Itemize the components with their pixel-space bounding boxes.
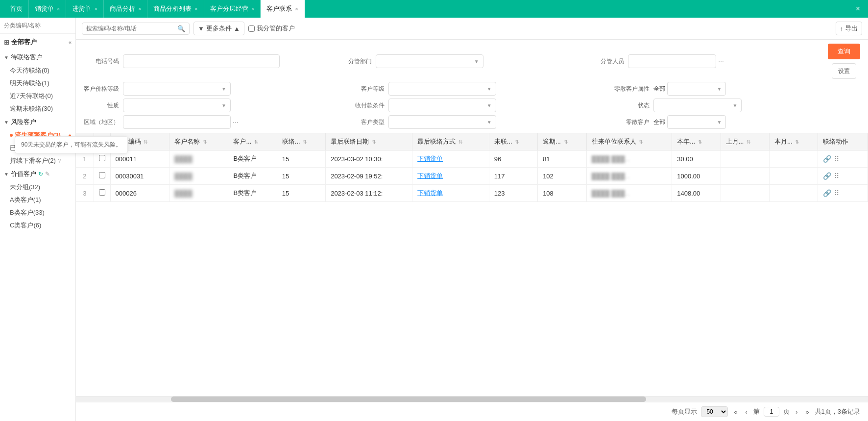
col-level-sort-icon: ⇅ bbox=[254, 139, 258, 145]
row-checkbox[interactable] bbox=[99, 172, 105, 178]
filter-status-select[interactable]: ▼ bbox=[653, 99, 742, 112]
horizontal-scrollbar[interactable] bbox=[76, 396, 868, 402]
filter-zero-attr-select[interactable]: ▼ bbox=[667, 82, 726, 96]
filter-payment-select[interactable]: ▼ bbox=[388, 99, 496, 112]
action-more-icon[interactable]: ⠿ bbox=[834, 189, 839, 197]
sidebar-item-tomorrow-contact[interactable]: 明天待联络(1) bbox=[0, 77, 75, 90]
refresh-icon[interactable]: ↻ bbox=[38, 171, 43, 177]
action-link-icon[interactable]: 🔗 bbox=[823, 155, 831, 163]
my-customers-checkbox[interactable] bbox=[248, 25, 255, 32]
col-this-year[interactable]: 本年... ⇅ bbox=[672, 133, 721, 150]
sidebar-pending-contact-section[interactable]: ▼ 待联络客户 bbox=[0, 50, 75, 64]
search-input[interactable] bbox=[86, 25, 175, 32]
filter-customer-level-select[interactable]: ▼ bbox=[388, 82, 496, 96]
sidebar-item-a-class[interactable]: A类客户(1) bbox=[0, 194, 75, 206]
setting-button[interactable]: 设置 bbox=[832, 63, 856, 79]
close-all-button[interactable]: × bbox=[852, 4, 864, 13]
tab-product-analysis[interactable]: 商品分析 × bbox=[104, 0, 147, 18]
sidebar-item-b-class[interactable]: B类客户(33) bbox=[0, 206, 75, 219]
export-button[interactable]: ↑ 导出 bbox=[836, 22, 863, 35]
action-link-icon[interactable]: 🔗 bbox=[823, 189, 831, 197]
sidebar-risk-section[interactable]: ▼ 风险客户 bbox=[0, 115, 75, 129]
sidebar-all-customers[interactable]: ⊞ 全部客户 « bbox=[0, 34, 75, 50]
table-row: 3 000026 ████ B类客户 15 2023-02-03 11:12: … bbox=[76, 185, 868, 202]
col-not-contacted[interactable]: 未联... ⇅ bbox=[489, 133, 537, 150]
tab-customer-segment-close[interactable]: × bbox=[251, 6, 254, 12]
page-nav-prev[interactable]: ‹ bbox=[744, 407, 749, 417]
tab-purchase[interactable]: 进货单 × bbox=[66, 0, 103, 18]
last-method-link[interactable]: 下销货单 bbox=[417, 189, 443, 197]
sidebar-item-c-class[interactable]: C类客户(6) bbox=[0, 219, 75, 232]
action-link-icon[interactable]: 🔗 bbox=[823, 172, 831, 180]
scroll-thumb[interactable] bbox=[171, 396, 646, 402]
sidebar-value-section[interactable]: ▼ 价值客户 ↻ ✎ bbox=[0, 167, 75, 181]
col-last-month[interactable]: 上月... ⇅ bbox=[721, 133, 769, 150]
filter-zero-customer-cell: 零散客户 全部 ▼ bbox=[595, 115, 860, 129]
filter-region-select[interactable] bbox=[123, 115, 231, 129]
search-box[interactable]: 🔍 bbox=[82, 23, 190, 35]
col-overdue[interactable]: 逾期... ⇅ bbox=[538, 133, 586, 150]
row-checkbox[interactable] bbox=[99, 155, 105, 161]
page-label: 第 bbox=[753, 407, 760, 416]
filter-phone-input[interactable] bbox=[123, 54, 280, 68]
query-button[interactable]: 查询 bbox=[828, 44, 860, 59]
tab-customer-segment[interactable]: 客户分层经营 × bbox=[204, 0, 261, 18]
cell-contact: 15 bbox=[277, 168, 325, 185]
col-associate[interactable]: 往来单位联系人 ⇅ bbox=[586, 133, 672, 150]
filter-gender-select[interactable]: ▼ bbox=[123, 99, 231, 112]
tab-sales[interactable]: 销货单 × bbox=[29, 0, 66, 18]
cell-last-method[interactable]: 下销货单 bbox=[412, 168, 489, 185]
row-checkbox[interactable] bbox=[99, 189, 105, 196]
sidebar-search-input[interactable] bbox=[4, 22, 76, 29]
filter-row-2: 客户价格等级 ▼ 客户等级 ▼ 零散客户属性 全部 bbox=[84, 82, 860, 96]
sidebar-item-week-contact[interactable]: 近7天待联络(0) bbox=[0, 90, 75, 102]
last-method-link[interactable]: 下销货单 bbox=[417, 155, 443, 162]
last-method-link[interactable]: 下销货单 bbox=[417, 172, 443, 179]
col-this-month[interactable]: 本月... ⇅ bbox=[769, 133, 818, 150]
cell-last-method[interactable]: 下销货单 bbox=[412, 150, 489, 168]
action-more-icon[interactable]: ⠿ bbox=[834, 155, 839, 163]
cell-this-year: 1000.00 bbox=[672, 168, 721, 185]
edit-icon[interactable]: ✎ bbox=[45, 171, 50, 177]
filter-price-level-select[interactable]: ▼ bbox=[123, 82, 231, 96]
my-customers-checkbox-label[interactable]: 我分管的客户 bbox=[248, 24, 295, 33]
cell-checkbox[interactable] bbox=[94, 168, 110, 185]
col-level[interactable]: 客户... ⇅ bbox=[228, 133, 277, 150]
more-filter-button[interactable]: ▼ 更多条件 ▲ bbox=[193, 22, 244, 35]
search-button-icon[interactable]: 🔍 bbox=[177, 25, 185, 32]
filter-zero-customer-select[interactable]: ▼ bbox=[667, 115, 726, 129]
tab-sales-close[interactable]: × bbox=[57, 6, 60, 12]
sidebar-item-overdue-contact[interactable]: 逾期未联络(30) bbox=[0, 102, 75, 115]
tab-purchase-close[interactable]: × bbox=[94, 6, 97, 12]
tab-product-analysis-list-close[interactable]: × bbox=[194, 6, 197, 12]
tab-customer-union-close[interactable]: × bbox=[295, 6, 298, 12]
filter-dept-select[interactable]: ▼ bbox=[376, 54, 483, 68]
cell-level: B类客户 bbox=[228, 168, 277, 185]
tab-product-analysis-close[interactable]: × bbox=[138, 6, 141, 12]
page-nav-first[interactable]: « bbox=[732, 407, 739, 417]
filter-person-ellipsis[interactable]: ··· bbox=[718, 57, 724, 65]
filter-row-3: 性质 ▼ 收付款条件 ▼ 状态 bbox=[84, 99, 860, 112]
per-page-select[interactable]: 50 20 100 bbox=[701, 406, 728, 417]
filter-ctype-select[interactable]: ▼ bbox=[388, 115, 496, 129]
tab-product-analysis-list[interactable]: 商品分析列表 × bbox=[147, 0, 204, 18]
tab-home[interactable]: 首页 bbox=[4, 0, 29, 18]
sidebar-item-today-contact[interactable]: 今天待联络(0) bbox=[0, 64, 75, 77]
action-more-icon[interactable]: ⠿ bbox=[834, 172, 839, 180]
cell-checkbox[interactable] bbox=[94, 185, 110, 202]
page-nav-next[interactable]: › bbox=[794, 407, 799, 417]
page-input[interactable] bbox=[764, 407, 779, 417]
col-last-method[interactable]: 最后联络方式 ⇅ bbox=[412, 133, 489, 150]
page-nav-last[interactable]: » bbox=[803, 407, 811, 417]
col-last-date[interactable]: 最后联络日期 ⇅ bbox=[326, 133, 412, 150]
filter-person-select[interactable] bbox=[628, 54, 716, 68]
collapse-icon[interactable]: « bbox=[69, 39, 72, 45]
cell-last-method[interactable]: 下销货单 bbox=[412, 185, 489, 202]
sidebar-item-ungrouped[interactable]: 未分组(32) bbox=[0, 181, 75, 194]
col-name[interactable]: 客户名称 ⇅ bbox=[169, 133, 228, 150]
sidebar-search-box[interactable]: 🔍 bbox=[0, 18, 75, 34]
col-contact[interactable]: 联络... ⇅ bbox=[277, 133, 325, 150]
sidebar-item-declining[interactable]: 持续下滑客户(2) ? bbox=[0, 154, 75, 167]
tab-customer-union[interactable]: 客户联系 × bbox=[261, 0, 304, 18]
filter-region-ellipsis[interactable]: ··· bbox=[233, 118, 239, 126]
